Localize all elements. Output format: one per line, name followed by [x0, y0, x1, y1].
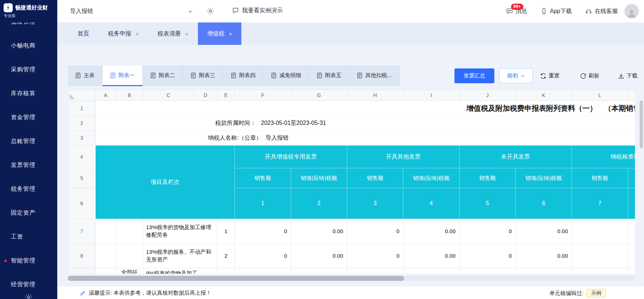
sheet-tab-1[interactable]: 附表一: [103, 66, 143, 86]
column-header-F[interactable]: F: [235, 90, 291, 101]
period-row-cell[interactable]: 税款所属时间：2023-05-01至2023-05-31: [96, 116, 635, 131]
page-tab-3[interactable]: 增值税×: [198, 22, 242, 45]
sidebar-item-2[interactable]: 采购管理: [0, 58, 57, 81]
sidebar-item-11[interactable]: 经营管理: [0, 273, 57, 296]
demo-link[interactable]: 我要看实例演示: [232, 7, 283, 14]
online-service-button[interactable]: 在线客服: [585, 8, 618, 15]
messages-button[interactable]: 99+ 消息: [506, 8, 527, 15]
column-header-A[interactable]: A: [96, 90, 116, 101]
download-button[interactable]: 下载: [618, 68, 637, 83]
line-number-cell[interactable]: [217, 268, 235, 274]
column-header-E[interactable]: E: [217, 90, 235, 101]
column-header-C[interactable]: C: [143, 90, 194, 101]
value-cell[interactable]: [516, 268, 572, 274]
column-header-D[interactable]: D: [194, 90, 217, 101]
row-header[interactable]: [68, 268, 96, 274]
row-label-cell[interactable]: 9%税率的货物及加工: [143, 268, 217, 274]
value-cell[interactable]: [403, 268, 460, 274]
app-download-button[interactable]: App下载: [540, 8, 572, 15]
sidebar-item-7[interactable]: 税务管理: [0, 177, 57, 201]
value-cell[interactable]: 0.00: [516, 244, 572, 268]
select-all-corner[interactable]: [68, 90, 96, 101]
column-header-M[interactable]: M: [628, 90, 635, 101]
sidebar-item-1[interactable]: 小畅电商: [0, 34, 57, 58]
value-cell[interactable]: [572, 219, 628, 244]
row-label-cell[interactable]: 13%税率的服务、不动产和无形资产: [143, 244, 217, 268]
value-cell[interactable]: 0.00: [291, 219, 347, 244]
value-cell[interactable]: 0: [235, 219, 291, 244]
value-cell[interactable]: 0.00: [403, 219, 460, 244]
value-cell[interactable]: 0: [347, 244, 403, 268]
value-cell[interactable]: [235, 268, 291, 274]
row-header[interactable]: 8: [68, 244, 96, 268]
sheet-tab-7[interactable]: 其他扣税...: [349, 66, 400, 86]
title-row-cell[interactable]: 增值税及附加税费申报表附列资料（一） （本期销售: [96, 101, 635, 116]
horizontal-scrollbar-track[interactable]: [68, 276, 635, 281]
sidebar-item-3[interactable]: 库存核算: [0, 81, 57, 105]
cell-b[interactable]: [116, 244, 143, 268]
sheet-tab-3[interactable]: 附表三: [183, 66, 223, 86]
sheet-tab-4[interactable]: 附表四: [223, 66, 263, 86]
value-cell[interactable]: [460, 268, 516, 274]
sidebar-item-6[interactable]: 发票管理: [0, 153, 57, 177]
row-label-cell[interactable]: 13%税率的货物及加工修理修配劳务: [143, 219, 217, 244]
column-header-G[interactable]: G: [291, 90, 347, 101]
row-header[interactable]: 1: [68, 101, 96, 116]
row-header[interactable]: 6: [68, 188, 96, 219]
value-cell[interactable]: 0.00: [403, 244, 460, 268]
group-label-cell[interactable]: 全部征: [116, 268, 143, 274]
value-cell[interactable]: [628, 244, 635, 268]
avatar[interactable]: [624, 4, 639, 18]
value-cell[interactable]: 0: [235, 244, 291, 268]
column-header-I[interactable]: I: [403, 90, 460, 101]
page-tab-1[interactable]: 税务申报×: [99, 22, 148, 45]
line-number-cell[interactable]: 2: [217, 244, 235, 268]
column-header-J[interactable]: J: [460, 90, 516, 101]
horizontal-scrollbar-thumb[interactable]: [68, 276, 404, 281]
value-cell[interactable]: 0.00: [291, 244, 347, 268]
sheet-tab-6[interactable]: 附表五: [309, 66, 349, 86]
value-cell[interactable]: 0.00: [516, 219, 572, 244]
value-cell[interactable]: [628, 219, 635, 244]
sidebar-item-5[interactable]: 总账管理: [0, 129, 57, 153]
cell-b[interactable]: [116, 219, 143, 244]
value-cell[interactable]: 0: [460, 219, 516, 244]
report-select[interactable]: 导入报错: [70, 4, 193, 19]
value-cell[interactable]: 0: [460, 244, 516, 268]
sidebar-item-10[interactable]: 智能管理: [0, 249, 57, 273]
value-cell[interactable]: [291, 268, 347, 274]
row-header[interactable]: 5: [68, 168, 96, 188]
column-header-L[interactable]: L: [572, 90, 628, 101]
value-cell[interactable]: [572, 244, 628, 268]
settings-gear-icon[interactable]: [207, 7, 214, 15]
page-tab-0[interactable]: 首页: [68, 22, 99, 45]
sheet-tab-2[interactable]: 附表二: [143, 66, 183, 86]
value-cell[interactable]: 0: [347, 219, 403, 244]
row-header[interactable]: 4: [68, 146, 96, 168]
close-icon[interactable]: ×: [185, 31, 188, 37]
sheet-tab-5[interactable]: 减免明细: [263, 66, 309, 86]
close-icon[interactable]: ×: [136, 31, 139, 37]
value-cell[interactable]: [628, 268, 635, 274]
row-header[interactable]: 2: [68, 116, 96, 131]
cell-a[interactable]: [96, 219, 116, 244]
page-tab-2[interactable]: 税表清册×: [148, 22, 198, 45]
cell-a[interactable]: [96, 244, 116, 268]
taxpayer-row-cell[interactable]: 纳税人名称:（公章）导入报错: [96, 131, 635, 146]
row-header[interactable]: 3: [68, 131, 96, 146]
cell-a[interactable]: [96, 268, 116, 274]
value-cell[interactable]: [347, 268, 403, 274]
sidebar-item-4[interactable]: 资金管理: [0, 105, 57, 129]
period-dropdown-button[interactable]: 期初: [499, 68, 533, 83]
value-cell[interactable]: [572, 268, 628, 274]
sheet-tab-0[interactable]: 主表: [68, 66, 103, 86]
column-header-B[interactable]: B: [116, 90, 143, 101]
reset-button[interactable]: 重置: [540, 68, 560, 83]
refresh-button[interactable]: 刷新: [580, 68, 599, 83]
vertical-scrollbar-thumb[interactable]: [640, 101, 643, 148]
column-header-H[interactable]: H: [347, 90, 403, 101]
column-header-K[interactable]: K: [516, 90, 572, 101]
sidebar-item-9[interactable]: 工资: [0, 225, 57, 249]
invoice-summary-button[interactable]: 发票汇总: [454, 68, 494, 83]
row-header[interactable]: 7: [68, 219, 96, 244]
